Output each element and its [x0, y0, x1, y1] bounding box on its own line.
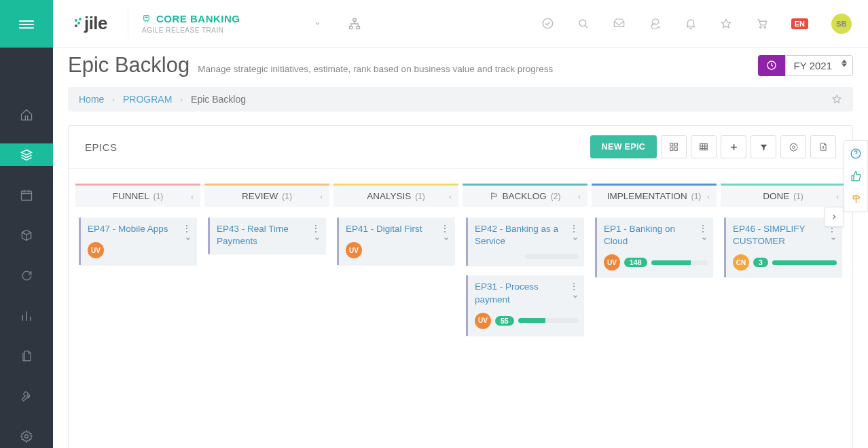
user-avatar[interactable]: SB [831, 14, 852, 34]
thumbs-up-icon[interactable] [850, 171, 862, 182]
new-epic-button[interactable]: NEW EPIC [590, 135, 657, 158]
scroll-right-button[interactable] [824, 207, 844, 227]
card-menu-icon[interactable]: ⋮ [698, 223, 708, 234]
card-expand-icon[interactable] [572, 235, 579, 242]
assignee-avatar[interactable]: UV [346, 242, 362, 258]
progress-bar [651, 260, 708, 265]
train-icon [142, 14, 151, 23]
svg-rect-12 [674, 143, 677, 146]
fy-selector[interactable]: FY 2021 [758, 55, 853, 76]
collapse-column-icon[interactable]: ‹ [320, 192, 323, 201]
card-menu-icon[interactable]: ⋮ [440, 223, 450, 234]
story-count: 148 [624, 258, 647, 267]
nav-files[interactable] [0, 345, 53, 367]
search-icon[interactable] [577, 18, 590, 30]
cart-icon[interactable] [755, 17, 768, 30]
card-menu-icon[interactable]: ⋮ [569, 281, 579, 292]
nav-layers[interactable] [0, 143, 53, 166]
flag-icon [490, 192, 499, 201]
card-title[interactable]: EP46 - SIMPLIFY CUSTOMER [733, 223, 837, 247]
card-expand-icon[interactable] [443, 235, 450, 242]
collapse-column-icon[interactable]: ‹ [449, 192, 452, 201]
column-analysis: ANALYSIS (1) ‹ EP41 - Digital First ⋮ UV [333, 184, 458, 439]
column-funnel: FUNNEL (1) ‹ EP47 - Mobile Apps ⋮ UV [75, 184, 200, 439]
card-menu-icon[interactable]: ⋮ [569, 223, 579, 234]
epic-card[interactable]: EP47 - Mobile Apps ⋮ UV [79, 218, 197, 265]
card-expand-icon[interactable] [572, 293, 579, 300]
panel-title: EPICS [85, 141, 117, 153]
app-title: CORE BANKING [156, 13, 240, 24]
svg-rect-2 [349, 26, 352, 29]
export-button[interactable] [810, 135, 836, 158]
epic-card[interactable]: EP31 - Process payment ⋮ UV 55 [466, 275, 584, 335]
assignee-avatar[interactable]: CN [733, 254, 749, 271]
card-title[interactable]: EP43 - Real Time Payments [217, 223, 321, 247]
context-chevron-icon[interactable] [314, 20, 321, 27]
svg-rect-3 [357, 26, 360, 29]
filter-button[interactable] [751, 135, 776, 158]
assignee-avatar[interactable]: UV [88, 242, 104, 258]
card-title[interactable]: EP1 - Banking on Cloud [604, 223, 708, 247]
check-circle-icon[interactable] [541, 17, 554, 30]
settings-button[interactable] [780, 135, 806, 158]
bell-icon[interactable] [685, 18, 697, 30]
card-menu-icon[interactable]: ⋮ [311, 223, 321, 234]
add-button[interactable] [721, 135, 746, 158]
epic-card[interactable]: EP1 - Banking on Cloud ⋮ UV 148 [595, 218, 713, 277]
favorite-star-icon[interactable] [831, 94, 842, 105]
svg-rect-13 [670, 148, 673, 150]
chevron-right-icon: › [112, 95, 115, 103]
epic-card[interactable]: EP41 - Digital First ⋮ UV [337, 218, 455, 265]
grid-view-button[interactable] [661, 135, 687, 158]
nav-settings[interactable] [0, 426, 53, 448]
column-title: IMPLEMENTATION [607, 191, 687, 201]
assignee-avatar[interactable]: UV [475, 313, 491, 329]
column-title: REVIEW [242, 191, 278, 201]
hierarchy-icon[interactable] [348, 18, 361, 30]
collapse-column-icon[interactable]: ‹ [707, 192, 710, 201]
epic-card[interactable]: EP43 - Real Time Payments ⋮ [208, 218, 326, 254]
svg-rect-14 [674, 148, 677, 150]
star-icon[interactable] [720, 18, 732, 30]
nav-refresh[interactable] [0, 264, 53, 287]
language-badge[interactable]: EN [791, 18, 808, 29]
assignee-avatar[interactable]: UV [604, 254, 620, 271]
fy-select-value[interactable]: FY 2021 [785, 55, 853, 76]
nav-home[interactable] [0, 103, 53, 126]
hamburger-menu[interactable] [0, 0, 53, 48]
inbox-icon[interactable] [613, 17, 626, 30]
progress-bar [772, 260, 837, 265]
breadcrumb-home[interactable]: Home [79, 94, 104, 105]
help-icon[interactable] [850, 148, 862, 160]
nav-analytics[interactable] [0, 305, 53, 327]
epic-card[interactable]: EP42 - Banking as a Service ⋮ [466, 218, 584, 266]
nav-calendar[interactable] [0, 184, 53, 206]
table-view-button[interactable] [691, 135, 717, 158]
svg-point-4 [543, 18, 552, 28]
card-expand-icon[interactable] [701, 235, 708, 242]
signpost-icon[interactable] [850, 193, 862, 205]
card-menu-icon[interactable]: ⋮ [182, 223, 192, 234]
collapse-column-icon[interactable]: ‹ [836, 192, 839, 201]
card-title[interactable]: EP41 - Digital First [346, 223, 450, 235]
logo[interactable]: jile [53, 13, 128, 34]
nav-tools[interactable] [0, 385, 53, 408]
app-context[interactable]: CORE BANKING AGILE RELEASE TRAIN [128, 13, 240, 34]
chevron-right-icon: › [180, 95, 183, 103]
card-title[interactable]: EP31 - Process payment [475, 281, 579, 305]
svg-rect-8 [22, 191, 32, 200]
card-title[interactable]: EP47 - Mobile Apps [88, 223, 192, 235]
collapse-column-icon[interactable]: ‹ [191, 192, 194, 201]
card-title[interactable]: EP42 - Banking as a Service [475, 223, 579, 247]
chat-icon[interactable] [649, 17, 662, 30]
card-expand-icon[interactable] [185, 235, 192, 242]
nav-box[interactable] [0, 224, 53, 247]
collapse-column-icon[interactable]: ‹ [578, 192, 581, 201]
svg-point-5 [579, 20, 586, 27]
column-count: (1) [793, 192, 803, 201]
column-title: DONE [763, 191, 789, 201]
breadcrumb-program[interactable]: PROGRAM [123, 94, 172, 105]
card-expand-icon[interactable] [314, 235, 321, 242]
column-title: BACKLOG [503, 191, 547, 201]
card-expand-icon[interactable] [830, 235, 837, 242]
